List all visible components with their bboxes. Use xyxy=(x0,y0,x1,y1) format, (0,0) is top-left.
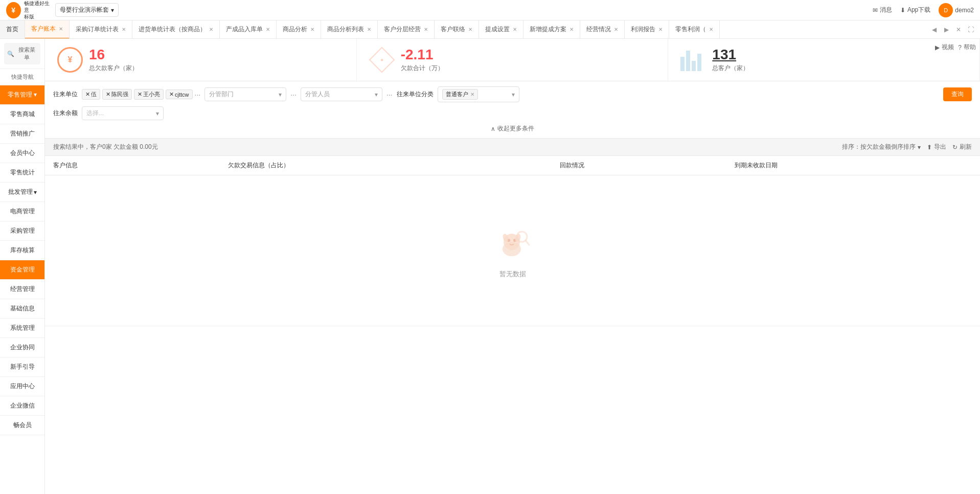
filter-tag-wu[interactable]: ✕ 伍 xyxy=(82,89,100,100)
close-icon[interactable]: ✕ xyxy=(122,27,126,32)
sidebar-item-enterprise-wechat[interactable]: 企业微信 xyxy=(0,396,44,416)
tab-customer-contact[interactable]: 客户联络 ✕ xyxy=(435,20,479,39)
close-icon[interactable]: ✕ xyxy=(266,27,270,32)
close-icon[interactable]: ✕ xyxy=(569,27,574,32)
empty-state-icon xyxy=(492,222,533,263)
sidebar-item-chang-member[interactable]: 畅会员 xyxy=(0,416,44,435)
close-icon[interactable]: ✕ xyxy=(209,27,213,32)
chevron-down-icon: ▾ xyxy=(512,91,515,98)
close-icon[interactable]: ✕ xyxy=(658,27,663,32)
stat-label-1: 总欠款客户（家） xyxy=(89,64,138,73)
unit-class-select[interactable]: 普通客户 ✕ ▾ xyxy=(438,86,519,102)
results-info: 搜索结果中，客户0家 欠款金额 0.00元 xyxy=(53,143,158,151)
close-icon[interactable]: ✕ xyxy=(59,26,63,32)
table-header-row: 客户信息 欠款交易信息（占比） 回款情况 到期未收款日期 xyxy=(45,156,980,175)
sidebar-item-finance[interactable]: 资金管理 xyxy=(0,260,44,280)
query-button[interactable]: 查询 xyxy=(943,87,972,101)
tab-purchase-order[interactable]: 采购订单统计表 ✕ xyxy=(70,20,132,39)
results-bar: 搜索结果中，客户0家 欠款金额 0.00元 排序：按欠款金额倒序排序 ▾ ⬆ 导… xyxy=(45,139,980,156)
export-button[interactable]: ⬆ 导出 xyxy=(927,143,946,151)
play-icon: ▶ xyxy=(935,44,940,51)
sidebar-item-app-center[interactable]: 应用中心 xyxy=(0,377,44,396)
selected-class-tag[interactable]: 普通客户 ✕ xyxy=(442,89,478,100)
filter-tag-cjttcw[interactable]: ✕ cjttcw xyxy=(166,89,193,99)
help-button[interactable]: ? 帮助 xyxy=(958,43,976,52)
balance-select[interactable]: 选择... ▾ xyxy=(82,106,164,120)
sidebar-item-enterprise[interactable]: 企业协同 xyxy=(0,338,44,357)
chevron-down-icon: ▾ xyxy=(156,110,159,117)
sidebar-item-new-guide[interactable]: 新手引导 xyxy=(0,357,44,377)
sidebar-item-retail[interactable]: 零售管理 ▾ xyxy=(0,85,44,105)
stats-bar: ¥ 16 总欠款客户（家） ✦ -2.11 欠款合计（万） xyxy=(45,39,980,81)
tab-customer-layer[interactable]: 客户分层经营 ✕ xyxy=(378,20,435,39)
sidebar-item-ecommerce[interactable]: 电商管理 xyxy=(0,202,44,221)
empty-text: 暂无数据 xyxy=(499,270,526,279)
stat-number-2: -2.11 xyxy=(401,48,444,62)
sidebar-item-purchase[interactable]: 采购管理 xyxy=(0,221,44,241)
search-menu-button[interactable]: 🔍 搜索菜单 xyxy=(4,43,40,64)
main-layout: 🔍 搜索菜单 快捷导航 零售管理 ▾ 零售商城 营销推广 会员中心 零售统计 批… xyxy=(0,39,980,494)
top-header: ¥ 畅捷通好生意 标版 母婴行业演示帐套 ▾ ✉ 消息 ⬇ App下载 D de… xyxy=(0,0,980,20)
content-area: ¥ 16 总欠款客户（家） ✦ -2.11 欠款合计（万） xyxy=(45,39,980,494)
tab-home[interactable]: 首页 xyxy=(0,20,25,39)
sidebar-item-basic-info[interactable]: 基础信息 xyxy=(0,299,44,319)
sidebar-item-member[interactable]: 会员中心 xyxy=(0,144,44,163)
sidebar-item-retail-mall[interactable]: 零售商城 xyxy=(0,105,44,124)
sidebar-search-section: 🔍 搜索菜单 xyxy=(0,39,44,69)
filter-tag-wang[interactable]: ✕ 王小亮 xyxy=(134,89,164,100)
sidebar-item-operations-mgmt[interactable]: 经营管理 xyxy=(0,280,44,299)
tab-expand-button[interactable]: ⛶ xyxy=(966,25,976,35)
tab-new-commission[interactable]: 新增提成方案 ✕ xyxy=(523,20,580,39)
person-select[interactable]: 分管人员 ▾ xyxy=(301,87,382,101)
tab-retail-profit[interactable]: 零售利润（ ✕ xyxy=(669,20,720,39)
refresh-button[interactable]: ↻ 刷新 xyxy=(952,143,972,151)
filter-tag-chen[interactable]: ✕ 陈民强 xyxy=(102,89,132,100)
tab-stock-stats[interactable]: 进货单统计表（按商品） ✕ xyxy=(132,20,220,39)
stat-text-3: 131 总客户（家） xyxy=(712,48,749,73)
tab-next-button[interactable]: ▶ xyxy=(941,25,951,35)
sort-button[interactable]: 排序：按欠款金额倒序排序 ▾ xyxy=(842,143,921,151)
tab-profit-report[interactable]: 利润报告 ✕ xyxy=(625,20,669,39)
refresh-icon: ↻ xyxy=(952,144,958,151)
sidebar-item-wholesale[interactable]: 批发管理 ▾ xyxy=(0,183,44,202)
tab-prev-button[interactable]: ◀ xyxy=(929,25,939,35)
close-icon[interactable]: ✕ xyxy=(367,27,371,32)
close-icon[interactable]: ✕ xyxy=(513,27,517,32)
user-menu-button[interactable]: D demo2 xyxy=(939,3,974,17)
close-icon[interactable]: ✕ xyxy=(709,27,713,32)
tab-finished-goods[interactable]: 产成品入库单 ✕ xyxy=(220,20,277,39)
diamond-icon: ✦ xyxy=(369,47,395,73)
message-button[interactable]: ✉ 消息 xyxy=(873,6,892,14)
collapse-button[interactable]: ∧ 收起更多条件 xyxy=(491,124,534,133)
close-icon[interactable]: ✕ xyxy=(468,27,472,32)
search-icon: 🔍 xyxy=(7,51,14,57)
sidebar-item-system[interactable]: 系统管理 xyxy=(0,319,44,338)
person-more-button[interactable]: ··· xyxy=(386,91,393,99)
logo-text: 畅捷通好生意 标版 xyxy=(24,0,51,20)
tab-customer-account[interactable]: 客户账本 ✕ xyxy=(25,20,70,39)
avatar: D xyxy=(939,3,953,17)
tab-close-all-button[interactable]: ✕ xyxy=(953,25,964,35)
dept-select[interactable]: 分管部门 ▾ xyxy=(204,87,286,101)
more-tags-button[interactable]: ··· xyxy=(195,91,201,99)
chevron-down-icon: ▾ xyxy=(279,91,282,98)
sidebar-item-inventory[interactable]: 库存核算 xyxy=(0,241,44,260)
video-button[interactable]: ▶ 视频 xyxy=(935,43,954,52)
tab-commission-settings[interactable]: 提成设置 ✕ xyxy=(479,20,523,39)
export-icon: ⬆ xyxy=(927,144,932,151)
close-icon[interactable]: ✕ xyxy=(614,27,618,32)
sidebar-item-retail-stats[interactable]: 零售统计 xyxy=(0,163,44,183)
store-selector[interactable]: 母婴行业演示帐套 ▾ xyxy=(55,3,119,17)
close-icon[interactable]: ✕ xyxy=(424,27,428,32)
tab-product-analysis[interactable]: 商品分析 ✕ xyxy=(277,20,321,39)
remove-class-button[interactable]: ✕ xyxy=(470,92,474,97)
sidebar-item-marketing[interactable]: 营销推广 xyxy=(0,124,44,144)
stat-label-3: 总客户（家） xyxy=(712,64,749,73)
close-icon[interactable]: ✕ xyxy=(310,27,314,32)
tab-operations[interactable]: 经营情况 ✕ xyxy=(580,20,625,39)
quick-nav-button[interactable]: 快捷导航 xyxy=(0,69,44,85)
dept-more-button[interactable]: ··· xyxy=(290,91,297,99)
app-download-button[interactable]: ⬇ App下载 xyxy=(900,6,930,14)
unit-class-label: 往来单位分类 xyxy=(397,90,434,99)
tab-product-analysis-list[interactable]: 商品分析列表 ✕ xyxy=(321,20,378,39)
